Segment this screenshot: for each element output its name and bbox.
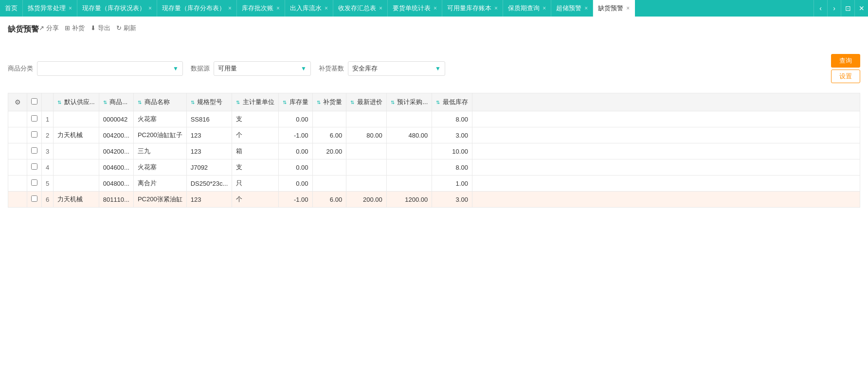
column-product-name[interactable]: ⇅ 商品名称 <box>133 93 186 111</box>
tab-home[interactable]: 首页 <box>0 0 23 17</box>
row-min-inventory-3: 8.00 <box>432 159 472 176</box>
row-gear-5 <box>8 192 27 208</box>
column-default-supplier[interactable]: ⇅ 默认供应... <box>54 93 99 111</box>
row-num-2: 3 <box>42 143 54 159</box>
row-unit-0: 支 <box>232 111 279 127</box>
row-product-name-4: 离合片 <box>133 176 186 192</box>
tab-close-exception[interactable]: × <box>69 5 72 12</box>
category-filter-group: 商品分类 ▼ <box>8 61 183 76</box>
row-unit-2: 箱 <box>232 143 279 159</box>
page-title: 缺货预警 <box>8 24 39 35</box>
tab-inventory-status[interactable]: 现存量（库存状况表） × <box>77 0 157 17</box>
row-replenish-qty-4 <box>312 176 346 192</box>
tab-close-in-out-flow[interactable]: × <box>325 5 328 12</box>
row-supplier-0 <box>54 111 99 127</box>
row-replenish-qty-2: 20.00 <box>312 143 346 159</box>
row-check-4[interactable] <box>27 176 42 192</box>
row-spec-5: 123 <box>186 192 232 208</box>
row-spec-3: J7092 <box>186 159 232 176</box>
tab-close-overstock[interactable]: × <box>584 5 588 12</box>
row-check-3[interactable] <box>27 159 42 176</box>
row-min-inventory-5: 3.00 <box>432 192 472 208</box>
replenish-basis-select[interactable]: 安全库存 ▼ <box>348 61 445 76</box>
tab-restore-btn[interactable]: ⊡ <box>841 0 854 17</box>
table-header-row: ⚙ ⇅ 默认供应... ⇅ 商品... ⇅ 商品名称 <box>8 93 860 111</box>
tab-shortage[interactable]: 缺货预警 × <box>593 0 635 17</box>
category-select[interactable]: ▼ <box>37 61 183 76</box>
row-est-purchase-0 <box>386 111 432 127</box>
column-gear[interactable]: ⚙ <box>8 93 27 111</box>
row-checkbox-2[interactable] <box>31 147 37 154</box>
tab-close-inventory-status[interactable]: × <box>148 5 152 12</box>
replenish-icon: ⊞ <box>65 24 70 32</box>
row-checkbox-4[interactable] <box>31 179 37 186</box>
column-min-inventory[interactable]: ⇅ 最低库存 <box>432 93 472 111</box>
replenish-btn[interactable]: ⊞ 补货 <box>65 24 85 33</box>
tab-demand-stats[interactable]: 要货单统计表 × <box>388 0 442 17</box>
tab-close-receive-summary[interactable]: × <box>379 5 382 12</box>
row-est-purchase-2 <box>386 143 432 159</box>
datasource-filter-group: 数据源 可用量 ▼ <box>191 61 311 76</box>
export-btn[interactable]: ⬇ 导出 <box>90 24 110 33</box>
settings-button[interactable]: 设置 <box>831 70 860 83</box>
tab-expiry-query[interactable]: 保质期查询 × <box>503 0 551 17</box>
sort-icon-10: ⇅ <box>436 100 440 105</box>
tab-inventory-dist[interactable]: 现存量（库存分布表） × <box>157 0 237 17</box>
datasource-select[interactable]: 可用量 ▼ <box>214 61 311 76</box>
row-checkbox-0[interactable] <box>31 115 37 122</box>
row-check-2[interactable] <box>27 143 42 159</box>
sort-icon-4: ⇅ <box>191 100 195 105</box>
replenish-basis-label: 补货基数 <box>319 64 344 73</box>
row-check-5[interactable] <box>27 192 42 208</box>
page-header: 缺货预警 ↗ 分享 ⊞ 补货 ⬇ 导出 ↻ 刷新 <box>8 24 860 42</box>
row-num-3: 4 <box>42 159 54 176</box>
replenish-basis-value: 安全库存 <box>352 64 378 73</box>
column-spec[interactable]: ⇅ 规格型号 <box>186 93 232 111</box>
gear-icon[interactable]: ⚙ <box>12 97 23 107</box>
column-latest-price[interactable]: ⇅ 最新进价 <box>346 93 387 111</box>
row-supplier-1: 力天机械 <box>54 127 99 143</box>
share-btn[interactable]: ↗ 分享 <box>39 24 59 33</box>
row-checkbox-1[interactable] <box>31 131 37 138</box>
tab-overstock[interactable]: 超储预警 × <box>551 0 593 17</box>
select-all-checkbox[interactable] <box>31 98 37 105</box>
tab-close-all-btn[interactable]: ✕ <box>854 0 868 17</box>
row-supplier-5: 力天机械 <box>54 192 99 208</box>
row-supplier-4 <box>54 176 99 192</box>
tab-exception[interactable]: 拣货异常处理 × <box>23 0 77 17</box>
row-checkbox-5[interactable] <box>31 195 37 202</box>
row-unit-4: 只 <box>232 176 279 192</box>
row-num-1: 2 <box>42 127 54 143</box>
tab-in-out-flow[interactable]: 出入库流水 × <box>285 0 333 17</box>
row-checkbox-3[interactable] <box>31 163 37 170</box>
tab-close-batch-account[interactable]: × <box>276 5 280 12</box>
tab-close-demand-stats[interactable]: × <box>434 5 437 12</box>
row-min-inventory-1: 3.00 <box>432 127 472 143</box>
column-est-purchase[interactable]: ⇅ 预计采购... <box>386 93 432 111</box>
tab-prev-btn[interactable]: ‹ <box>814 0 827 17</box>
row-unit-3: 支 <box>232 159 279 176</box>
row-gear-1 <box>8 127 27 143</box>
tab-close-available-ledger[interactable]: × <box>494 5 498 12</box>
row-est-purchase-3 <box>386 159 432 176</box>
tab-close-inventory-dist[interactable]: × <box>228 5 232 12</box>
query-button[interactable]: 查询 <box>831 54 860 68</box>
column-product-code[interactable]: ⇅ 商品... <box>99 93 133 111</box>
row-latest-price-2 <box>346 143 387 159</box>
row-unit-1: 个 <box>232 127 279 143</box>
tab-batch-account[interactable]: 库存批次账 × <box>237 0 285 17</box>
column-replenish-qty[interactable]: ⇅ 补货量 <box>312 93 346 111</box>
row-num-5: 6 <box>42 192 54 208</box>
tab-close-expiry-query[interactable]: × <box>542 5 546 12</box>
tab-receive-summary[interactable]: 收发存汇总表 × <box>333 0 388 17</box>
row-check-0[interactable] <box>27 111 42 127</box>
column-inventory[interactable]: ⇅ 库存量 <box>278 93 312 111</box>
row-check-1[interactable] <box>27 127 42 143</box>
row-extra-5 <box>472 192 860 208</box>
share-icon: ↗ <box>39 24 44 32</box>
tab-next-btn[interactable]: › <box>827 0 841 17</box>
tab-close-shortage[interactable]: × <box>626 5 630 12</box>
column-unit[interactable]: ⇅ 主计量单位 <box>232 93 279 111</box>
refresh-btn[interactable]: ↻ 刷新 <box>116 24 136 33</box>
tab-available-ledger[interactable]: 可用量库存账本 × <box>442 0 503 17</box>
